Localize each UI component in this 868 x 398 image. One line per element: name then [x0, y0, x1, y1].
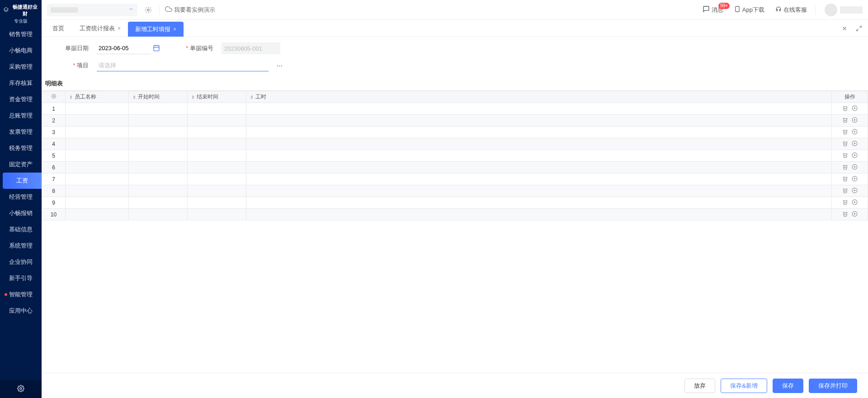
sidebar-item-13[interactable]: 系统管理 — [0, 238, 42, 254]
cell-hours[interactable] — [246, 209, 832, 220]
add-row-icon[interactable] — [852, 140, 858, 148]
col-header-start[interactable]: ▲▼开始时间 — [129, 91, 188, 103]
table-row[interactable]: 8 — [42, 185, 868, 197]
close-icon[interactable]: × — [118, 25, 121, 32]
cell-hours[interactable] — [246, 197, 832, 209]
cell-start[interactable] — [129, 209, 188, 220]
sidebar-item-5[interactable]: 总账管理 — [0, 108, 42, 124]
fullscreen-button[interactable] — [854, 23, 864, 34]
tab-0[interactable]: 首页 — [44, 20, 72, 37]
save-and-print-button[interactable]: 保存并打印 — [809, 379, 857, 393]
add-row-icon[interactable] — [852, 187, 858, 195]
user-menu[interactable] — [825, 4, 863, 16]
cell-end[interactable] — [188, 197, 246, 209]
sidebar-item-2[interactable]: 采购管理 — [0, 59, 42, 75]
table-row[interactable]: 6 — [42, 162, 868, 173]
cell-start[interactable] — [129, 138, 188, 150]
cell-end[interactable] — [188, 173, 246, 185]
cell-end[interactable] — [188, 103, 246, 115]
col-header-end[interactable]: ▲▼结束时间 — [188, 91, 246, 103]
cell-name[interactable] — [66, 209, 129, 220]
cell-hours[interactable] — [246, 103, 832, 115]
cell-name[interactable] — [66, 150, 129, 162]
cell-name[interactable] — [66, 115, 129, 126]
cell-start[interactable] — [129, 103, 188, 115]
calendar-icon[interactable] — [153, 44, 160, 53]
cell-hours[interactable] — [246, 115, 832, 126]
sidebar-item-6[interactable]: 发票管理 — [0, 124, 42, 140]
cell-hours[interactable] — [246, 150, 832, 162]
cell-end[interactable] — [188, 126, 246, 138]
cell-start[interactable] — [129, 185, 188, 197]
messages-button[interactable]: 消息 99+ — [700, 5, 726, 14]
add-row-icon[interactable] — [852, 176, 858, 183]
cell-start[interactable] — [129, 115, 188, 126]
tab-close-all-button[interactable] — [839, 23, 850, 34]
cell-start[interactable] — [129, 126, 188, 138]
add-row-icon[interactable] — [852, 117, 858, 124]
sidebar-item-1[interactable]: 小畅电商 — [0, 42, 42, 59]
cell-start[interactable] — [129, 173, 188, 185]
delete-row-icon[interactable] — [842, 105, 848, 112]
demo-link[interactable]: 我要看实例演示 — [165, 5, 215, 14]
delete-row-icon[interactable] — [842, 152, 848, 159]
delete-row-icon[interactable] — [842, 140, 848, 148]
cell-hours[interactable] — [246, 138, 832, 150]
sidebar-item-12[interactable]: 基础信息 — [0, 221, 42, 238]
cell-hours[interactable] — [246, 162, 832, 173]
sidebar-item-11[interactable]: 小畅报销 — [0, 205, 42, 221]
table-row[interactable]: 7 — [42, 173, 868, 185]
cell-end[interactable] — [188, 209, 246, 220]
col-header-hours[interactable]: ▲▼工时 — [246, 91, 832, 103]
cell-name[interactable] — [66, 197, 129, 209]
table-row[interactable]: 5 — [42, 150, 868, 162]
delete-row-icon[interactable] — [842, 187, 848, 195]
online-service-button[interactable]: 在线客服 — [773, 6, 810, 14]
table-row[interactable]: 1 — [42, 103, 868, 115]
cell-start[interactable] — [129, 150, 188, 162]
save-and-new-button[interactable]: 保存&新增 — [721, 379, 767, 393]
save-button[interactable]: 保存 — [773, 379, 803, 393]
sidebar-item-16[interactable]: 智能管理 — [0, 286, 42, 303]
add-row-icon[interactable] — [852, 152, 858, 159]
cell-name[interactable] — [66, 162, 129, 173]
top-settings-button[interactable] — [143, 5, 154, 15]
delete-row-icon[interactable] — [842, 176, 848, 183]
sidebar-item-17[interactable]: 应用中心 — [0, 303, 42, 319]
sidebar-item-0[interactable]: 销售管理 — [0, 26, 42, 42]
cell-end[interactable] — [188, 150, 246, 162]
cell-end[interactable] — [188, 162, 246, 173]
add-row-icon[interactable] — [852, 105, 858, 112]
cell-name[interactable] — [66, 138, 129, 150]
table-row[interactable]: 4 — [42, 138, 868, 150]
project-lookup-button[interactable]: ··· — [277, 62, 283, 69]
cell-end[interactable] — [188, 138, 246, 150]
table-row[interactable]: 3 — [42, 126, 868, 138]
delete-row-icon[interactable] — [842, 117, 848, 124]
project-input[interactable] — [97, 60, 269, 71]
cell-name[interactable] — [66, 103, 129, 115]
sidebar-item-8[interactable]: 固定资产 — [0, 156, 42, 173]
table-row[interactable]: 9 — [42, 197, 868, 209]
cell-name[interactable] — [66, 173, 129, 185]
sidebar-item-15[interactable]: 新手引导 — [0, 270, 42, 286]
delete-row-icon[interactable] — [842, 129, 848, 136]
close-icon[interactable]: × — [173, 26, 176, 33]
add-row-icon[interactable] — [852, 129, 858, 136]
table-row[interactable]: 2 — [42, 115, 868, 126]
col-header-settings[interactable] — [42, 91, 66, 103]
add-row-icon[interactable] — [852, 164, 858, 171]
sidebar-item-3[interactable]: 库存核算 — [0, 75, 42, 91]
cell-end[interactable] — [188, 185, 246, 197]
tab-1[interactable]: 工资统计报表× — [72, 20, 128, 37]
sidebar-item-14[interactable]: 企业协同 — [0, 254, 42, 270]
bill-date-input[interactable] — [97, 42, 151, 54]
cell-hours[interactable] — [246, 126, 832, 138]
delete-row-icon[interactable] — [842, 211, 848, 218]
cell-start[interactable] — [129, 197, 188, 209]
discard-button[interactable]: 放弃 — [684, 379, 715, 393]
sidebar-item-7[interactable]: 税务管理 — [0, 140, 42, 156]
app-download-button[interactable]: App下载 — [731, 6, 767, 14]
cell-end[interactable] — [188, 115, 246, 126]
cell-hours[interactable] — [246, 185, 832, 197]
